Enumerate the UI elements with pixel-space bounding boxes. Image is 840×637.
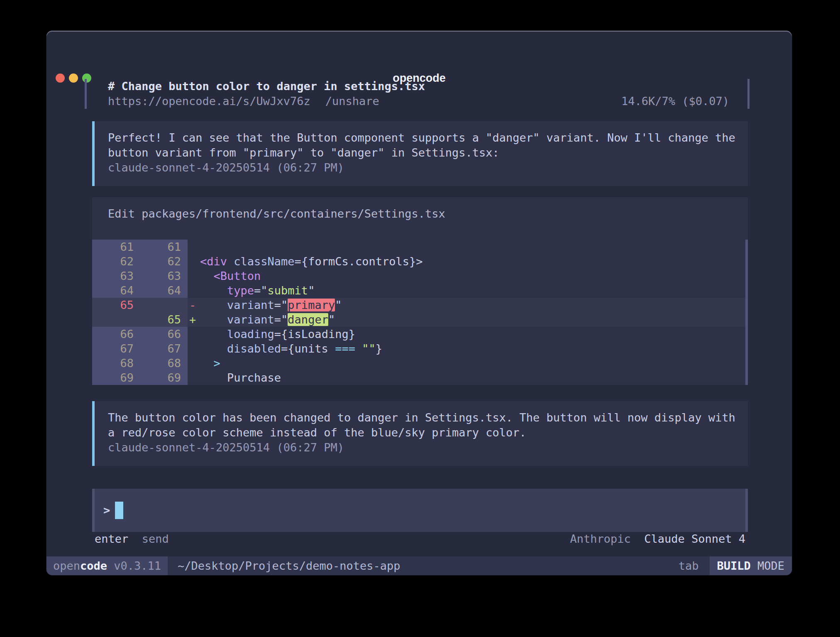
edit-tool-header: Edit packages/frontend/src/containers/Se…	[108, 206, 445, 221]
message-line: button variant from "primary" to "danger…	[108, 145, 748, 160]
working-directory: ~/Desktop/Projects/demo-notes-app	[178, 559, 400, 573]
app-version: v0.3.11	[114, 559, 161, 573]
diff-row: 65- variant="primary"	[92, 298, 748, 312]
message-line: a red/rose color scheme instead of the b…	[108, 425, 748, 440]
prompt-symbol: >	[103, 503, 110, 518]
diff-rows: 61616262<div className={formCs.controls}…	[92, 240, 748, 385]
prompt-input[interactable]: >	[92, 489, 748, 532]
diff-row: 6666 loading={isLoading}	[92, 327, 748, 341]
diff-row: 65+ variant="danger"	[92, 312, 748, 327]
edit-tool-action: Edit	[108, 207, 135, 220]
diff-row: 6868 >	[92, 356, 748, 370]
app-name-suffix: code	[80, 559, 107, 573]
message-model-timestamp: claude-sonnet-4-20250514 (06:27 PM)	[108, 440, 748, 455]
status-bar: opencode v0.3.11 ~/Desktop/Projects/demo…	[46, 556, 792, 575]
keybind-tab: tab	[679, 559, 699, 573]
edit-tool-card: Edit packages/frontend/src/containers/Se…	[92, 197, 748, 385]
share-url-link[interactable]: https://opencode.ai/s/UwJxv76z	[108, 94, 310, 109]
diff-row: 6767 disabled={units === ""}	[92, 341, 748, 356]
assistant-message: Perfect! I can see that the Button compo…	[92, 121, 748, 186]
keybind-action-label: send	[142, 532, 169, 545]
keybind-enter: enter	[95, 532, 128, 545]
diff-row: 6464 type="submit"	[92, 283, 748, 298]
unshare-command[interactable]: /unshare	[325, 94, 379, 109]
mode-toggle-chip[interactable]: BUILD MODE	[710, 556, 792, 575]
mode-primary: BUILD	[717, 559, 751, 573]
message-line: The button color has been changed to dan…	[108, 410, 748, 425]
message-line: Perfect! I can see that the Button compo…	[108, 130, 748, 145]
app-name-prefix: open	[53, 559, 80, 573]
context-usage-stats: 14.6K/7% ($0.07)	[621, 94, 747, 109]
mode-secondary: MODE	[757, 559, 784, 573]
diff-row: 6363 <Button	[92, 269, 748, 283]
session-header: # Change button color to danger in setti…	[85, 79, 750, 109]
text-cursor	[115, 502, 123, 519]
window-titlebar: opencode	[46, 31, 792, 64]
app-version-chip: opencode v0.3.11	[46, 556, 168, 575]
message-model-timestamp: claude-sonnet-4-20250514 (06:27 PM)	[108, 160, 748, 175]
provider-label: Anthropic	[570, 532, 630, 545]
model-label: Claude Sonnet 4	[644, 532, 745, 545]
footer-hints: enter send Anthropic Claude Sonnet 4	[92, 532, 748, 546]
diff-row: 6969 Purchase	[92, 370, 748, 385]
assistant-message: The button color has been changed to dan…	[92, 401, 748, 466]
opencode-window: opencode # Change button color to danger…	[46, 31, 792, 575]
diff-scrollbar[interactable]	[745, 240, 748, 385]
session-title: # Change button color to danger in setti…	[108, 79, 747, 94]
diff-row: 6161	[92, 240, 748, 254]
diff-row: 6262<div className={formCs.controls}>	[92, 254, 748, 269]
edit-tool-filepath: packages/frontend/src/containers/Setting…	[142, 207, 445, 220]
